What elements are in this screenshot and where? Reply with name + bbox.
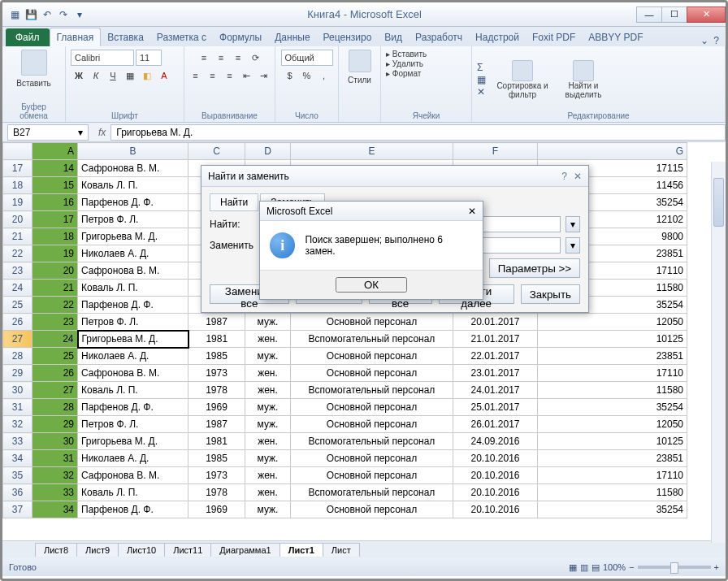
cell[interactable]: Сафронова В. М. [78,365,188,382]
cell[interactable]: 1973 [188,365,245,382]
cell[interactable]: Сафронова В. М. [78,262,188,280]
cell[interactable]: 29 [32,416,78,433]
row-header[interactable]: 21 [3,228,32,245]
file-tab[interactable]: Файл [6,28,50,46]
cell[interactable]: 1978 [188,382,245,399]
row-header[interactable]: 30 [3,382,32,399]
ribbon-tab[interactable]: Вставка [101,28,150,46]
ribbon-tab[interactable]: ABBYY PDF [582,28,649,46]
cell[interactable]: жен. [245,382,291,399]
cell[interactable]: Коваль Л. П. [78,484,188,501]
cell[interactable]: Парфенов Д. Ф. [78,399,188,416]
cell[interactable]: Николаев А. Д. [78,245,188,262]
sheet-tab[interactable]: Лист11 [164,543,211,557]
cell[interactable]: Сафронова В. М. [78,467,188,484]
cell[interactable]: 23 [32,314,78,331]
qat-more-icon[interactable]: ▾ [72,7,87,22]
italic-button[interactable]: К [88,67,104,84]
number-format-combo[interactable]: Общий [281,50,333,66]
cell[interactable]: 11580 [538,484,687,501]
cell[interactable]: 25.01.2017 [453,399,538,416]
cell[interactable]: 12050 [538,314,687,331]
align-left-icon[interactable]: ≡ [188,67,204,84]
dialog-help-icon[interactable]: ? [561,171,567,182]
cell[interactable]: жен. [245,331,291,348]
msgbox-titlebar[interactable]: Microsoft Excel ✕ [260,202,483,221]
find-select-icon[interactable] [573,60,594,81]
row-header[interactable]: 24 [3,280,32,297]
cell[interactable]: Основной персонал [291,399,453,416]
percent-icon[interactable]: % [299,67,315,84]
cell[interactable]: 24.01.2017 [453,382,538,399]
cell[interactable]: Григорьева М. Д. [78,433,188,450]
cell[interactable]: Вспомогательный персонал [291,433,453,450]
cell[interactable]: 16 [32,194,78,211]
row-header[interactable]: 26 [3,314,32,331]
currency-icon[interactable]: $ [282,67,298,84]
view-normal-icon[interactable]: ▦ [569,562,577,573]
cell[interactable]: 20.10.2016 [453,501,538,518]
cell[interactable]: 20.10.2016 [453,467,538,484]
row-header[interactable]: 31 [3,399,32,416]
ribbon-tab[interactable]: Данные [268,28,316,46]
sheet-tab[interactable]: Лист10 [118,543,165,557]
row-header[interactable]: 33 [3,433,32,450]
cell[interactable]: Коваль Л. П. [78,382,188,399]
view-layout-icon[interactable]: ▥ [580,562,588,573]
cell[interactable]: 26.01.2017 [453,416,538,433]
cell[interactable]: 12050 [538,416,687,433]
clear-icon[interactable]: ✕ [477,86,486,98]
cell[interactable]: Петров Ф. Л. [78,314,188,331]
column-header[interactable]: A [32,143,78,160]
cell[interactable]: муж. [245,314,291,331]
row-header[interactable]: 20 [3,211,32,228]
row-header[interactable]: 37 [3,501,32,518]
cell[interactable]: 35254 [538,501,687,518]
cell[interactable]: Коваль Л. П. [78,280,188,297]
cell[interactable]: муж. [245,501,291,518]
cell[interactable]: 19 [32,245,78,262]
align-center-icon[interactable]: ≡ [205,67,221,84]
cell[interactable]: 28 [32,399,78,416]
zoom-slider[interactable] [638,566,711,569]
bold-button[interactable]: Ж [71,67,87,84]
close-dialog-button[interactable]: Закрыть [521,284,580,304]
column-header[interactable]: E [291,143,453,160]
namebox-dropdown-icon[interactable]: ▾ [78,127,83,138]
row-header[interactable]: 23 [3,262,32,280]
cell[interactable]: муж. [245,399,291,416]
help-icon[interactable]: ? [713,35,719,46]
cell[interactable]: 1987 [188,416,245,433]
row-header[interactable]: 35 [3,467,32,484]
cell[interactable]: 34 [32,501,78,518]
cell[interactable]: 21.01.2017 [453,331,538,348]
cell[interactable]: жен. [245,467,291,484]
cell[interactable]: Вспомогательный персонал [291,331,453,348]
save-icon[interactable]: 💾 [24,7,38,22]
redo-icon[interactable]: ↷ [56,7,71,22]
name-box[interactable]: B27▾ [7,124,89,141]
format-cells-button[interactable]: ▸ Формат [386,69,421,78]
cell[interactable]: муж. [245,450,291,467]
maximize-button[interactable]: ☐ [661,7,687,23]
cell[interactable]: 17110 [538,467,687,484]
column-header[interactable]: G [538,143,687,160]
ribbon-tab[interactable]: Разметка с [150,28,213,46]
autosum-icon[interactable]: Σ [477,62,486,73]
align-mid-icon[interactable]: ≡ [213,50,229,66]
row-header[interactable]: 19 [3,194,32,211]
ribbon-tab[interactable]: Foxit PDF [526,28,582,46]
cell[interactable]: 23.01.2017 [453,365,538,382]
row-header[interactable]: 17 [3,160,32,177]
cell[interactable]: 1978 [188,484,245,501]
insert-cells-button[interactable]: ▸ Вставить [386,50,427,59]
dialog-close-icon[interactable]: ✕ [574,171,582,182]
border-button[interactable]: ▦ [122,67,138,84]
cell[interactable]: 10125 [538,433,687,450]
cell[interactable]: 15 [32,177,78,194]
cell[interactable]: 1969 [188,501,245,518]
cell[interactable]: муж. [245,348,291,365]
ok-button[interactable]: ОК [336,277,407,293]
font-name-combo[interactable]: Calibri [71,50,134,66]
cell[interactable]: Григорьева М. Д. [78,228,188,245]
